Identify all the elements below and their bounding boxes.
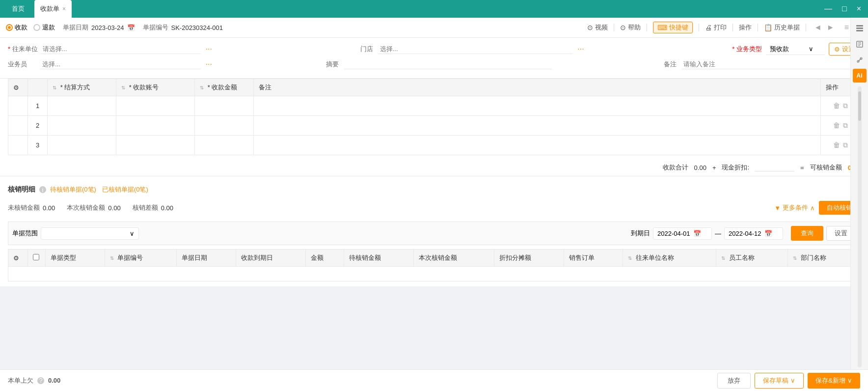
td-method-2[interactable] [48, 116, 116, 136]
diff-label: 核销差额 [133, 203, 158, 212]
video-btn[interactable]: ⊙ 视频 [587, 23, 608, 32]
date-end-input[interactable]: 2022-04-12 📅 [724, 227, 783, 240]
tab-close-icon[interactable]: × [62, 5, 66, 12]
diff-stat: 核销差额 0.00 [133, 203, 173, 212]
summary-input[interactable] [344, 59, 552, 69]
copy-icon-2[interactable]: ⧉ [843, 121, 848, 130]
divider5 [758, 24, 758, 31]
sidebar-scrollbar[interactable] [858, 86, 862, 367]
window-maximize-btn[interactable]: □ [839, 4, 850, 13]
window-minimize-btn[interactable]: — [821, 4, 835, 13]
remarks-label: 备注 [664, 60, 678, 69]
sort-icon-amount: ⇅ [200, 85, 204, 90]
save-draft-chevron: ∨ [790, 377, 795, 384]
td-account-1[interactable] [116, 96, 195, 116]
print-label: 打印 [714, 23, 727, 32]
td-remark-2[interactable] [254, 116, 821, 136]
nav-right-btn[interactable]: ► [825, 22, 837, 33]
date-calendar-icon[interactable]: 📅 [127, 24, 135, 31]
td-amount-3[interactable] [195, 136, 254, 155]
date-start-input[interactable]: 2022-04-01 📅 [653, 227, 712, 240]
col-action-label: 操作 [826, 84, 839, 91]
help-btn[interactable]: ⊙ 帮助 [620, 23, 641, 32]
shortcut-label: 快捷键 [669, 23, 688, 32]
store-input[interactable] [378, 44, 573, 54]
td-method-3[interactable] [48, 136, 116, 155]
save-draft-btn[interactable]: 保存草稿 ∨ [755, 373, 804, 389]
counterpart-input[interactable] [41, 44, 201, 54]
table-row: 3 🗑 ⧉ [8, 136, 860, 155]
action-btn[interactable]: 操作 [739, 23, 752, 32]
footer-info-icon[interactable]: ? [37, 377, 44, 384]
td-account-2[interactable] [116, 116, 195, 136]
discount-input[interactable] [755, 164, 794, 171]
window-close-btn[interactable]: × [854, 4, 864, 13]
col-type-label: 单据类型 [51, 254, 76, 261]
footer-left: 本单上欠 ? 0.00 [8, 376, 60, 385]
top-toolbar: 收款 退款 单据日期 2023-03-24 📅 单据编号 SK-20230324… [0, 18, 868, 38]
bth-settings[interactable]: ⚙ [8, 250, 28, 267]
current-stat: 本次核销金额 0.00 [67, 203, 120, 212]
staff-field: 业务员 ··· [8, 59, 214, 69]
query-btn[interactable]: 查询 [791, 226, 823, 241]
abandon-btn[interactable]: 放弃 [717, 373, 751, 389]
radio-refund-label: 退款 [42, 23, 55, 32]
writeoff-section: 核销明细 i 待核销单据(0笔) 已核销单据(0笔) 未核销金额 0.00 本次… [0, 180, 868, 286]
nav-left-btn[interactable]: ◄ [812, 22, 824, 33]
td-remark-1[interactable] [254, 96, 821, 116]
business-type-select[interactable]: 预收款 ∨ [766, 44, 825, 55]
sidebar-icon-link[interactable] [853, 53, 867, 67]
completed-tab[interactable]: 已核销单据(0笔) [102, 185, 148, 194]
remarks-input[interactable] [681, 59, 860, 69]
td-amount-1[interactable] [195, 96, 254, 116]
bth-staff: ⇅ 员工名称 [716, 250, 788, 267]
delete-icon-3[interactable]: 🗑 [833, 141, 840, 149]
shortcut-btn[interactable]: ⌨ 快捷键 [653, 22, 693, 33]
date-dash: — [715, 230, 721, 237]
diff-value: 0.00 [161, 204, 173, 212]
copy-icon-1[interactable]: ⧉ [843, 102, 848, 110]
delete-icon-2[interactable]: 🗑 [833, 121, 840, 130]
delete-icon-1[interactable]: 🗑 [833, 102, 840, 110]
pending-tab[interactable]: 待核销单据(0笔) [50, 185, 96, 194]
staff-input[interactable] [40, 59, 201, 69]
sidebar-icon-table[interactable] [853, 22, 867, 35]
radio-receipt[interactable]: 收款 [6, 23, 27, 32]
select-all-checkbox[interactable] [33, 254, 39, 260]
td-num-1: 1 [28, 96, 48, 116]
more-filter-btn[interactable]: ▼ 更多条件 ∧ [774, 203, 815, 212]
counterpart-more-btn[interactable]: ··· [204, 45, 214, 54]
equals-sign: = [800, 164, 804, 171]
th-num [28, 79, 48, 96]
td-account-3[interactable] [116, 136, 195, 155]
tab-receipt[interactable]: 收款单 × [34, 0, 72, 18]
td-remark-3[interactable] [254, 136, 821, 155]
th-settings[interactable]: ⚙ [8, 79, 28, 96]
history-btn[interactable]: 📋 历史单据 [764, 23, 800, 32]
save-new-btn[interactable]: 保存&新增 ∨ [808, 373, 860, 389]
bottom-table: ⚙ 单据类型 ⇅ 单据编号 单据日期 [8, 249, 860, 281]
copy-icon-3[interactable]: ⧉ [843, 141, 848, 149]
business-type-value: 预收款 [770, 45, 789, 54]
range-select[interactable]: ∨ [41, 227, 139, 240]
bth-due-date: 收款到期日 [236, 250, 305, 267]
writeoff-info-icon[interactable]: i [39, 186, 46, 193]
print-btn[interactable]: 🖨 打印 [705, 23, 727, 32]
sidebar-icon-list[interactable] [853, 37, 867, 51]
shortcut-icon: ⌨ [657, 24, 667, 31]
td-method-1[interactable] [48, 96, 116, 116]
tab-home[interactable]: 首页 [4, 0, 32, 18]
table-row: 2 🗑 ⧉ [8, 116, 860, 136]
staff-more-btn[interactable]: ··· [204, 60, 214, 69]
uncancelled-value: 0.00 [43, 204, 55, 212]
td-amount-2[interactable] [195, 116, 254, 136]
col-date-label: 单据日期 [182, 254, 207, 261]
layout1-btn[interactable]: ≡ [842, 22, 851, 33]
print-icon: 🖨 [705, 24, 712, 31]
help-icon: ⊙ [620, 24, 626, 31]
sidebar-icon-ai[interactable]: Ai [853, 69, 867, 83]
radio-receipt-dot [6, 24, 13, 31]
date-field: 单据日期 2023-03-24 📅 [63, 23, 135, 32]
radio-refund[interactable]: 退款 [33, 23, 55, 32]
store-more-btn[interactable]: ··· [575, 45, 586, 54]
